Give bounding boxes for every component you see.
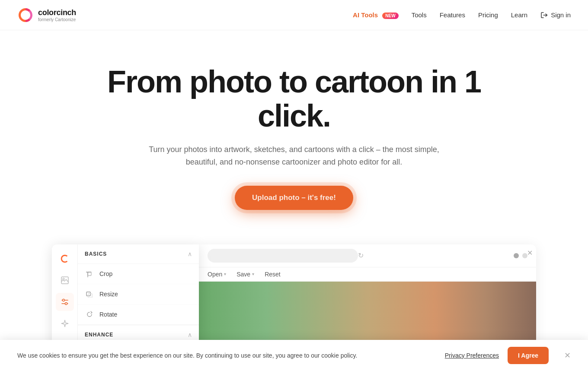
rotate-label: Rotate xyxy=(99,311,117,318)
editor-main: ↻ Open ▾ Save ▾ Reset 🦸 ✕ xyxy=(199,244,536,351)
nav-ai-tools[interactable]: AI Tools NEW xyxy=(353,11,399,19)
svg-rect-9 xyxy=(86,292,90,296)
nav-pricing[interactable]: Pricing xyxy=(478,11,498,19)
tool-rotate[interactable]: Rotate xyxy=(78,304,199,325)
dot-1 xyxy=(514,253,519,258)
new-badge: NEW xyxy=(382,13,398,19)
sidebar-image-icon[interactable] xyxy=(56,271,74,289)
nav-features[interactable]: Features xyxy=(440,11,465,19)
logo[interactable]: colorcinch formerly Cartoonize xyxy=(17,7,76,23)
nav-tools[interactable]: Tools xyxy=(412,11,427,19)
logo-name: colorcinch xyxy=(38,8,76,17)
toolbar-dots xyxy=(514,253,527,258)
editor-toolbar: ↻ xyxy=(199,244,536,267)
sidebar-icon-rail xyxy=(52,244,78,351)
editor-preview: BASICS ∧ Crop xyxy=(35,244,553,351)
reset-button[interactable]: Reset xyxy=(265,271,281,278)
basics-section-header: BASICS ∧ xyxy=(78,244,199,264)
sidebar-sparkle-icon[interactable] xyxy=(56,314,74,333)
hero-section: From photo to cartoon in 1 click. Turn y… xyxy=(0,30,588,227)
save-chevron: ▾ xyxy=(252,272,254,276)
agree-button[interactable]: I Agree xyxy=(508,347,549,351)
cookie-actions: Privacy Preferences I Agree ✕ xyxy=(445,347,571,351)
toolbar-reload-icon[interactable]: ↻ xyxy=(358,251,364,260)
basics-title: BASICS xyxy=(85,251,107,257)
cookie-banner: We use cookies to ensure you get the bes… xyxy=(0,340,588,351)
editor-close-button[interactable]: ✕ xyxy=(527,249,533,257)
sidebar-adjust-icon[interactable] xyxy=(56,293,74,311)
enhance-title: ENHANCE xyxy=(85,332,113,338)
crop-label: Crop xyxy=(99,270,112,277)
navbar: colorcinch formerly Cartoonize AI Tools … xyxy=(0,0,588,30)
open-button[interactable]: Open ▾ xyxy=(208,271,226,278)
rotate-icon xyxy=(85,310,94,319)
basics-toggle[interactable]: ∧ xyxy=(188,251,192,257)
hero-subtext: Turn your photos into artwork, sketches,… xyxy=(147,143,441,168)
toolbar-search-bar xyxy=(208,249,358,263)
signin-icon xyxy=(540,11,548,19)
enhance-toggle[interactable]: ∧ xyxy=(188,331,192,338)
open-chevron: ▾ xyxy=(224,272,226,276)
nav-learn[interactable]: Learn xyxy=(511,11,527,19)
crop-icon xyxy=(85,269,94,279)
logo-icon xyxy=(17,7,34,23)
tool-crop[interactable]: Crop xyxy=(78,264,199,284)
editor-actions: Open ▾ Save ▾ Reset 🦸 ✕ xyxy=(199,267,536,282)
logo-text: colorcinch formerly Cartoonize xyxy=(38,8,76,22)
svg-rect-6 xyxy=(88,272,91,276)
tool-resize[interactable]: Resize xyxy=(78,284,199,304)
svg-point-1 xyxy=(63,278,64,280)
signin-button[interactable]: Sign in xyxy=(540,11,571,19)
hero-headline: From photo to cartoon in 1 click. xyxy=(99,65,489,133)
upload-button[interactable]: Upload photo – it's free! xyxy=(235,186,353,210)
sidebar-logo-icon[interactable] xyxy=(56,250,74,268)
resize-icon xyxy=(85,289,94,299)
resize-label: Resize xyxy=(99,291,118,298)
svg-point-5 xyxy=(65,302,67,304)
editor-sidebar: BASICS ∧ Crop xyxy=(52,244,199,351)
save-button[interactable]: Save ▾ xyxy=(236,271,254,278)
logo-sub: formerly Cartoonize xyxy=(38,17,76,22)
svg-point-3 xyxy=(62,299,64,301)
signin-label: Sign in xyxy=(551,11,571,19)
nav-links: AI Tools NEW Tools Features Pricing Lear… xyxy=(353,11,571,19)
